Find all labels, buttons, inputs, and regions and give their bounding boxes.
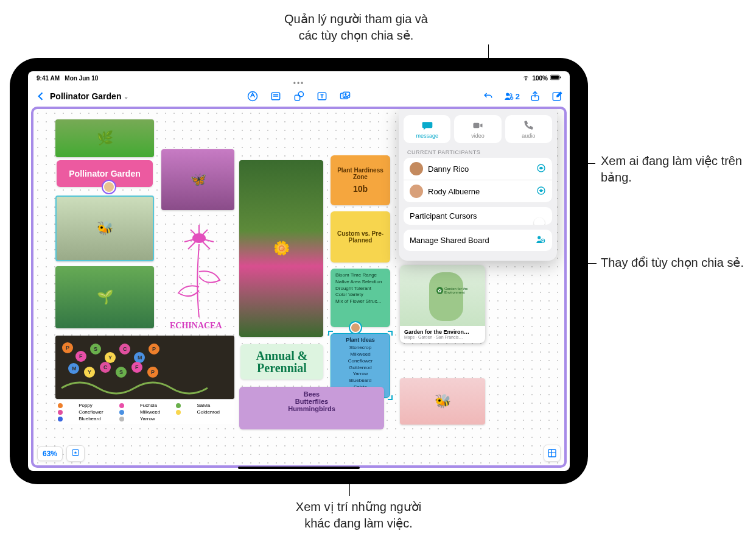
drawing-echinacea[interactable] (163, 214, 234, 323)
photo-garden-bottom[interactable]: 🌱 (55, 266, 154, 328)
bottom-controls: 63% (37, 445, 85, 462)
hardiness-value: 10b (334, 184, 387, 194)
favorite-button[interactable] (66, 445, 85, 462)
map-pin: ✿ Garden for the Environment (436, 287, 485, 294)
svg-text:C: C (123, 346, 127, 352)
criteria-item: Native Area Selection (335, 279, 385, 286)
legend-card[interactable]: Poppy Fuchsia Salvia Coneflower Milkweed… (55, 400, 234, 424)
board-title: Pollinator Garden (50, 91, 121, 101)
note-hardiness[interactable]: Plant Hardiness Zone 10b (331, 155, 390, 205)
legend-label: Yarrow (140, 416, 172, 421)
svg-point-57 (537, 236, 541, 239)
legend-label: Coneflower (79, 409, 116, 415)
drawing-label: ECHINACEA (170, 321, 222, 331)
svg-rect-50 (473, 123, 479, 128)
back-icon[interactable] (34, 90, 47, 103)
sticky-note-icon[interactable] (269, 90, 282, 103)
svg-point-12 (345, 94, 346, 95)
ideas-item: Bluebeard (334, 378, 387, 384)
popover-message-button[interactable]: message (404, 115, 450, 143)
ideas-item: Goldenrod (334, 365, 387, 372)
svg-text:P: P (66, 345, 69, 351)
svg-text:Y: Y (88, 369, 91, 375)
pen-tool-icon[interactable] (246, 90, 259, 103)
legend-dot (58, 403, 63, 408)
ideas-item: Coneflower (334, 358, 387, 365)
note-annual-perennial[interactable]: Annual & Perennial (240, 344, 323, 379)
avatar (410, 185, 423, 198)
legend-dot (58, 417, 63, 421)
minimap-button[interactable] (544, 445, 561, 462)
cursors-label: Participant Cursors (410, 211, 477, 220)
drawing-chalkboard[interactable]: P F S Y C M P M Y C S F P (55, 336, 234, 399)
svg-rect-19 (55, 336, 234, 399)
participant-row[interactable]: Rody Albuerne (404, 180, 552, 202)
svg-text:M: M (138, 354, 142, 361)
screen: 9:41 AM Mon Jun 10 100% ••• (28, 71, 570, 471)
legend-dot (119, 403, 124, 408)
status-right: 100% (522, 74, 561, 82)
legend-dot (119, 410, 124, 415)
status-left: 9:41 AM Mon Jun 10 (37, 75, 98, 82)
photo-garden-top[interactable]: 🌿 (55, 119, 154, 157)
photo-butterfly[interactable]: 🦋 (161, 149, 234, 210)
popover-audio-button[interactable]: audio (505, 115, 552, 143)
participant-name: Danny Rico (428, 164, 469, 174)
popover-section-header: CURRENT PARTICIPANTS (407, 149, 548, 155)
ideas-title: Plant Ideas (334, 336, 387, 344)
note-pollinators[interactable]: Bees Butterflies Hummingbirds (239, 387, 384, 429)
collaborate-button[interactable]: 2 (503, 91, 520, 102)
participant-status-icon (536, 163, 546, 175)
note-criteria[interactable]: Bloom Time Range Native Area Selection D… (331, 269, 390, 327)
map-card[interactable]: ✿ Garden for the Environment Garden for … (400, 265, 485, 343)
text-box-icon[interactable] (315, 90, 329, 103)
legend-label: Bluebeard (79, 416, 116, 421)
manage-shared-board-row[interactable]: Manage Shared Board (404, 230, 552, 251)
ipad-device: 9:41 AM Mon Jun 10 100% ••• (10, 58, 588, 484)
toolbar: Pollinator Garden ⌄ 2 (28, 86, 570, 107)
hardiness-label: Plant Hardiness Zone (334, 167, 387, 180)
participant-row[interactable]: Danny Rico (404, 158, 552, 180)
new-board-icon[interactable] (550, 90, 564, 103)
avatar (410, 162, 423, 175)
undo-icon[interactable] (481, 90, 495, 103)
share-icon[interactable] (528, 90, 542, 103)
board-canvas[interactable]: Pollinator Garden 🌿 🐝 🌱 🦋 (31, 107, 567, 468)
callout-top: Quản lý người tham gia và các tùy chọn c… (283, 11, 429, 44)
legend-label: Salvia (197, 403, 233, 408)
legend-label: Poppy (79, 403, 116, 408)
participant-cursor-avatar (103, 181, 115, 193)
battery-icon (550, 74, 561, 82)
svg-rect-1 (551, 76, 559, 79)
media-icon[interactable] (338, 90, 352, 103)
participants-list: Danny Rico Rody Albuerne (404, 158, 552, 202)
note-custom[interactable]: Custom vs. Pre-Planned (331, 211, 390, 263)
board-title-button[interactable]: Pollinator Garden ⌄ (50, 91, 128, 101)
criteria-item: Bloom Time Range (335, 272, 385, 279)
legend-label: Milkweed (140, 409, 172, 415)
manage-label: Manage Shared Board (410, 236, 489, 245)
participant-cursors-toggle-row[interactable]: Participant Cursors (404, 207, 552, 225)
chevron-down-icon: ⌄ (124, 93, 128, 100)
legend-label: Goldenrod (197, 409, 233, 415)
photo-bee-selected[interactable]: 🐝 (55, 196, 154, 261)
svg-text:P: P (152, 346, 156, 352)
svg-text:M: M (72, 365, 77, 372)
svg-text:Y: Y (108, 354, 112, 361)
map-preview: ✿ Garden for the Environment (400, 265, 485, 326)
photo-flowerbed[interactable]: 🌼 (239, 160, 323, 337)
map-info: Garden for the Environ… Maps · Garden · … (400, 326, 485, 343)
legend-dot (176, 403, 181, 408)
popover-video-button[interactable]: video (454, 115, 501, 143)
ideas-item: Yarrow (334, 371, 387, 378)
svg-text:S: S (94, 346, 97, 352)
map-subtitle: Maps · Garden · San Francis… (404, 335, 481, 339)
callout-bottom: Xem vị trí những người khác đang làm việ… (285, 499, 432, 532)
criteria-item: Color Variety (335, 292, 385, 298)
svg-text:F: F (135, 364, 139, 370)
shapes-icon[interactable] (292, 90, 306, 103)
popover-btn-label: message (416, 133, 438, 139)
zoom-button[interactable]: 63% (37, 446, 63, 461)
photo-bee-card[interactable]: 🐝 (400, 378, 485, 425)
home-indicator[interactable] (238, 467, 360, 469)
